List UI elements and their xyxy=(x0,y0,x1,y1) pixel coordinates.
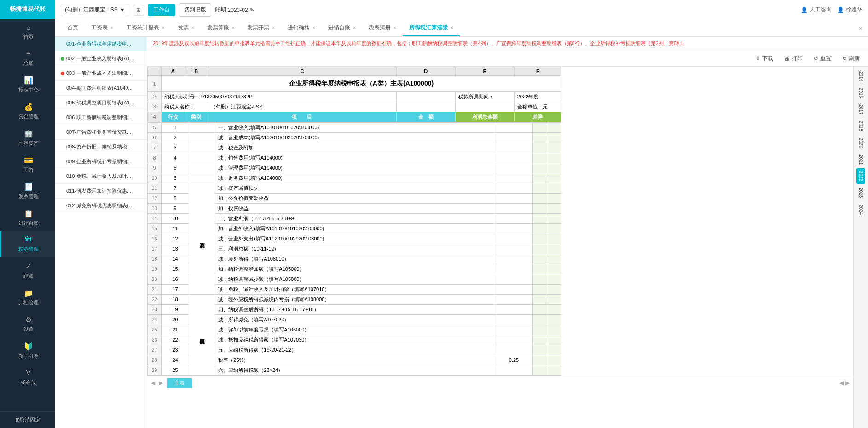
consult-label: 人工咨询 xyxy=(810,6,832,14)
sidebar-item-vip[interactable]: V 畅会员 xyxy=(0,364,55,390)
sidebar-item-sales[interactable]: 📋 进销台账 xyxy=(0,205,55,231)
tab-salary-close[interactable]: × xyxy=(110,25,113,30)
refresh-btn[interactable]: ↻ 刷新 xyxy=(839,54,862,63)
user-menu[interactable]: 👤 徐逢华 xyxy=(837,6,862,14)
company-selector[interactable]: (勾删）江西服宝-LSS ▼ xyxy=(61,4,129,16)
year-item-2018[interactable]: 2018 xyxy=(856,118,865,134)
sidebar-item-archive[interactable]: 📁 归档管理 xyxy=(0,284,55,311)
sidebar-item-home-label: 首页 xyxy=(23,34,34,40)
tab-salary-stat-label: 工资统计报表 xyxy=(126,24,159,32)
tab-invoice-open-close[interactable]: × xyxy=(272,25,275,30)
prev-sheet-btn[interactable]: ◀ xyxy=(151,380,155,386)
col-A-header: A xyxy=(162,67,185,75)
print-btn[interactable]: 🖨 打印 xyxy=(781,54,805,63)
table-row: 84减：销售费用(填写A104000) xyxy=(148,153,561,163)
company-name: (勾删）江西服宝-LSS xyxy=(65,6,118,14)
tab-purchase-ledger-close[interactable]: × xyxy=(353,25,356,30)
tab-invoice-calc[interactable]: 发票算账 × xyxy=(201,20,241,36)
switch-btn[interactable]: 切到旧版 xyxy=(179,3,211,17)
chevron-down-icon: ▼ xyxy=(120,7,125,13)
tab-income-tax-close[interactable]: × xyxy=(451,25,453,30)
consult-btn[interactable]: 👤 人工咨询 xyxy=(801,6,832,14)
left-panel-item-004[interactable]: 004-期间费用明细表(A1040... xyxy=(55,81,147,96)
status-dot-012 xyxy=(61,204,64,208)
status-dot-001 xyxy=(61,42,64,46)
tab-salary[interactable]: 工资表 × xyxy=(85,20,120,36)
main-table: A B C D E F 1 企业所 xyxy=(147,67,561,122)
company-settings-btn[interactable]: ⊞ xyxy=(133,5,144,16)
sidebar-item-invoice[interactable]: 🧾 发票管理 xyxy=(0,178,55,205)
tax-period-value: 2022年度 xyxy=(514,91,561,102)
ledger-icon: ≡ xyxy=(26,50,30,58)
tab-purchase-ledger[interactable]: 进销台账 × xyxy=(322,20,362,36)
table-row: 117利润总额计算减：资产减值损失 xyxy=(148,183,561,193)
tab-invoice[interactable]: 发票 × xyxy=(171,20,201,36)
tab-tax-table-close[interactable]: × xyxy=(393,25,396,30)
tab-purchase-check-close[interactable]: × xyxy=(312,25,315,30)
left-panel-item-007[interactable]: 007-广告费和业务宣传费跌... xyxy=(55,125,147,140)
year-item-2024[interactable]: 2024 xyxy=(856,202,865,217)
spreadsheet-area[interactable]: A B C D E F 1 企业所 xyxy=(147,67,853,428)
tabs-close-all-btn[interactable]: × xyxy=(859,25,862,32)
sidebar-item-guide[interactable]: 🔰 新手引导 xyxy=(0,337,55,364)
status-dot-009 xyxy=(61,160,64,164)
sidebar-item-settle[interactable]: ✓ 结账 xyxy=(0,257,55,284)
workbench-button[interactable]: 工作台 xyxy=(148,4,175,16)
user-avatar-icon: 👤 xyxy=(837,7,844,13)
settings-icon: ⚙ xyxy=(25,315,32,324)
tab-home[interactable]: 首页 xyxy=(61,20,85,36)
sidebar-item-salary[interactable]: 💳 工资 xyxy=(0,151,55,178)
year-item-2022[interactable]: 2022 xyxy=(856,168,865,184)
year-item-2021[interactable]: 2021 xyxy=(856,152,865,167)
left-panel-label-011: 011-研发费用加计扣除优惠... xyxy=(66,188,131,194)
sidebar-item-asset[interactable]: 💰 资金管理 xyxy=(0,98,55,125)
tab-salary-stat-close[interactable]: × xyxy=(162,25,165,30)
left-panel-item-012[interactable]: 012-减免所得税优惠明细表(… xyxy=(55,199,147,213)
tab-income-tax[interactable]: 所得税汇算清缴 × xyxy=(403,20,460,36)
left-panel-item-001[interactable]: 001-企业所得税年度纳税申... xyxy=(55,37,147,51)
year-item-2017[interactable]: 2017 xyxy=(856,102,865,117)
tab-invoice-close[interactable]: × xyxy=(191,25,194,30)
col-chay-header: 差异 xyxy=(514,112,561,122)
scroll-right-btn[interactable]: ▶ xyxy=(845,380,850,386)
sidebar-item-archive-label: 归档管理 xyxy=(18,299,39,306)
reset-btn[interactable]: ↺ 重置 xyxy=(811,54,834,63)
sidebar-item-ledger[interactable]: ≡ 总账 xyxy=(0,45,55,71)
sidebar-item-home[interactable]: ⌂ 首页 xyxy=(0,19,55,45)
left-panel-item-010[interactable]: 010-免税、减计收入及加计... xyxy=(55,169,147,184)
left-panel-item-009[interactable]: 009-企业所得税补亏损明细... xyxy=(55,154,147,169)
status-dot-006 xyxy=(61,116,64,120)
sidebar-item-tax[interactable]: 🏛 税务管理 xyxy=(0,231,55,257)
sidebar-item-report[interactable]: 📊 报表中心 xyxy=(0,71,55,98)
vip-icon: V xyxy=(26,369,31,377)
year-item-2016[interactable]: 2016 xyxy=(856,85,865,101)
taxpayer-id-row: 2 纳税人识别号： 91320500703719732P 税款所属期间： 202… xyxy=(148,91,561,102)
left-panel-item-003[interactable]: 003-一般企业成本支出明细... xyxy=(55,66,147,81)
asset-icon: 💰 xyxy=(24,103,33,111)
left-panel-item-005[interactable]: 005-纳税调整项目明细表(A1... xyxy=(55,96,147,110)
sidebar-item-settings[interactable]: ⚙ 设置 xyxy=(0,311,55,337)
period-edit-icon[interactable]: ✎ xyxy=(250,7,255,13)
next-sheet-btn[interactable]: ▶ xyxy=(159,380,163,386)
sidebar: 畅捷通易代账 ⌂ 首页 ≡ 总账 📊 报表中心 💰 资金管理 🏢 固定资产 💳 … xyxy=(0,0,55,428)
col-lrze-header: 利润总金额 xyxy=(455,112,514,122)
scroll-left-btn[interactable]: ◀ xyxy=(839,380,844,386)
download-btn[interactable]: ⬇ 下载 xyxy=(753,54,776,63)
tab-invoice-open[interactable]: 发票开票 × xyxy=(241,20,281,36)
sidebar-item-fixed[interactable]: 🏢 固定资产 xyxy=(0,125,55,151)
tab-invoice-calc-close[interactable]: × xyxy=(232,25,235,30)
tab-salary-stat[interactable]: 工资统计报表 × xyxy=(120,20,171,36)
left-panel-item-011[interactable]: 011-研发费用加计扣除优惠... xyxy=(55,184,147,199)
tab-purchase-check[interactable]: 进销确核 × xyxy=(281,20,322,36)
left-panel-item-002[interactable]: 002-一般企业收入明细表(A1... xyxy=(55,51,147,66)
status-dot-002 xyxy=(61,57,64,61)
year-item-2020[interactable]: 2020 xyxy=(856,135,865,151)
tab-tax-table[interactable]: 税表清册 × xyxy=(362,20,403,36)
consult-icon: 👤 xyxy=(801,7,808,13)
sheet-tab-main[interactable]: 主表 xyxy=(167,378,192,388)
sidebar-pin-toggle[interactable]: ⊞取消固定 xyxy=(0,411,55,428)
left-panel-item-008[interactable]: 008-资产折旧、摊销及纳税... xyxy=(55,140,147,154)
year-item-2023[interactable]: 2023 xyxy=(856,185,865,200)
left-panel-item-006[interactable]: 006-职工薪酬纳税调整明细... xyxy=(55,110,147,125)
year-item-2019[interactable]: 2019 xyxy=(856,68,865,84)
